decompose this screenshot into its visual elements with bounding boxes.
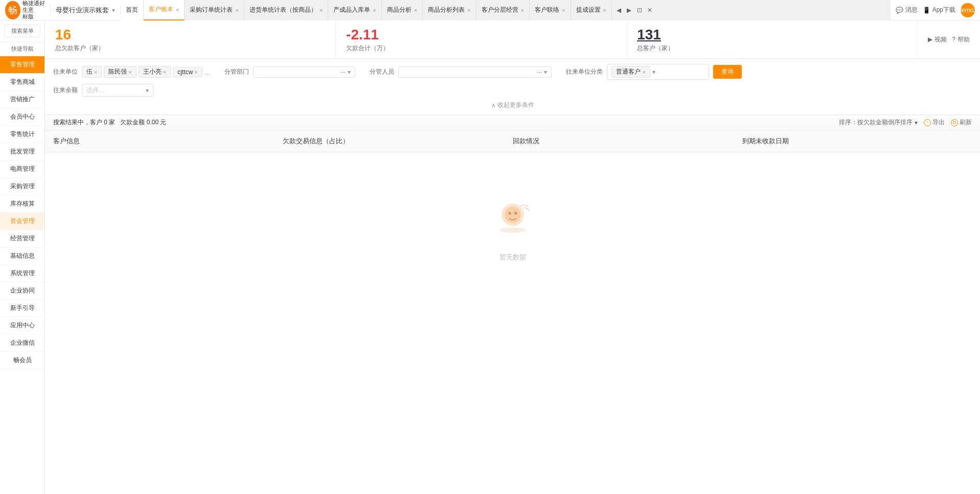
- tab-purchase-order-stat[interactable]: 采购订单统计表 ×: [185, 0, 244, 20]
- tab-arrow-right[interactable]: ▶: [624, 5, 634, 15]
- tab-close-boost-settings[interactable]: ×: [603, 7, 606, 13]
- tab-close-product-in[interactable]: ×: [373, 7, 376, 13]
- balance-select-arrow: ▾: [146, 87, 149, 94]
- sidebar-item-operations[interactable]: 经营管理: [0, 230, 44, 248]
- person-select-arrow: ▾: [544, 69, 547, 76]
- tab-goods-analysis-list[interactable]: 商品分析列表 ×: [423, 0, 476, 20]
- app-download-btn[interactable]: 📱 App下载: [923, 6, 955, 14]
- balance-select[interactable]: 选择... ▾: [82, 84, 153, 97]
- user-avatar[interactable]: demo2: [961, 3, 975, 17]
- tab-goods-analysis[interactable]: 商品分析 ×: [382, 0, 423, 20]
- unit-type-tag[interactable]: 普通客户 ×: [611, 66, 650, 78]
- filter-tag-2-close[interactable]: ×: [128, 69, 131, 75]
- sidebar-item-enterprise-wechat[interactable]: 企业微信: [0, 334, 44, 352]
- export-button[interactable]: ↑ 导出: [924, 118, 945, 127]
- collapse-icon: ∧: [491, 102, 496, 109]
- sidebar-item-vip-member[interactable]: 畅会员: [0, 352, 44, 369]
- store-selector[interactable]: 母婴行业演示账套 ▾: [51, 6, 121, 15]
- tab-boost-settings[interactable]: 提成设置 ×: [571, 0, 612, 20]
- sort-control[interactable]: 排序：按欠款金额倒序排序 ▾: [839, 118, 918, 127]
- filter-tag-1-close[interactable]: ×: [94, 69, 97, 75]
- tab-arrow-left[interactable]: ◀: [614, 5, 624, 15]
- sidebar-item-wholesale[interactable]: 批发管理: [0, 143, 44, 161]
- filter-row-2: 往来余额 选择... ▾: [53, 84, 972, 97]
- tab-customer-contact[interactable]: 客户联络 ×: [530, 0, 571, 20]
- balance-filter-label: 往来余额: [53, 86, 78, 95]
- sidebar-item-purchase[interactable]: 采购管理: [0, 178, 44, 195]
- refresh-button[interactable]: ↻ 刷新: [951, 118, 972, 127]
- store-selector-arrow: ▾: [112, 7, 115, 14]
- tab-window-controls[interactable]: ⊡: [634, 5, 645, 15]
- stat-total-debt: ✦ -2.11 欠款合计（万）: [336, 20, 627, 58]
- filter-tag-4[interactable]: cjttcw ×: [173, 67, 202, 77]
- sidebar-item-finance[interactable]: 资金管理: [0, 213, 44, 230]
- tab-close-purchase-order-stat[interactable]: ×: [235, 7, 238, 13]
- stat-icon-2: ✦: [344, 23, 368, 56]
- svg-point-0: [500, 228, 526, 233]
- sidebar-item-retail-stats[interactable]: 零售统计: [0, 126, 44, 143]
- sidebar-item-new-guide[interactable]: 新手引导: [0, 300, 44, 317]
- sidebar: 搜索菜单 快捷导航 零售管理 零售商城 营销推广 会员中心 零售统计 批发管理 …: [0, 20, 45, 494]
- query-button[interactable]: 查询: [713, 65, 742, 79]
- result-actions: 排序：按欠款金额倒序排序 ▾ ↑ 导出 ↻ 刷新: [839, 118, 972, 127]
- export-icon: ↑: [924, 119, 931, 126]
- stat-icon-3: ▦: [635, 23, 662, 56]
- video-btn[interactable]: ▶ 视频: [928, 35, 947, 44]
- tab-product-in[interactable]: 产成品入库单 ×: [328, 0, 381, 20]
- phone-icon: 📱: [923, 7, 930, 14]
- filter-more-btn[interactable]: ...: [204, 68, 211, 76]
- sidebar-search-button[interactable]: 搜索菜单: [4, 25, 40, 37]
- tab-close-goods-analysis[interactable]: ×: [414, 7, 417, 13]
- sidebar-item-basic-info[interactable]: 基础信息: [0, 248, 44, 265]
- sidebar-item-ecommerce[interactable]: 电商管理: [0, 161, 44, 178]
- help-icon: ?: [952, 36, 955, 43]
- tab-close-all[interactable]: ✕: [645, 5, 655, 15]
- filter-tag-2[interactable]: 陈民强 ×: [104, 66, 136, 78]
- svg-point-2: [505, 207, 521, 223]
- sidebar-item-member[interactable]: 会员中心: [0, 108, 44, 126]
- stats-bar: ¥ 16 总欠款客户（家） ✦ -2.11 欠款合计（万） ▦ 131 总客户（…: [45, 20, 980, 59]
- person-filter-label: 分管人员: [370, 68, 394, 76]
- stats-actions: ▶ 视频 ? 帮助: [918, 20, 980, 58]
- tab-close-goods-analysis-list[interactable]: ×: [467, 7, 470, 13]
- message-btn[interactable]: 💬 消息: [896, 6, 918, 14]
- unit-type-select-arrow: ▾: [652, 69, 655, 76]
- tab-close-customer-contact[interactable]: ×: [562, 7, 565, 13]
- table-col-customer: 客户信息: [53, 134, 283, 148]
- collapse-button[interactable]: ∧ 收起更多条件: [491, 101, 534, 109]
- dept-select[interactable]: ··· ▾: [253, 66, 355, 78]
- sidebar-quick-nav[interactable]: 快捷导航: [0, 42, 44, 56]
- empty-text: 暂无数据: [499, 253, 526, 262]
- tab-customer-account[interactable]: 客户账本 ×: [144, 0, 185, 20]
- stat-total-units: ▦ 131 总客户（家）: [627, 20, 918, 58]
- unit-type-select[interactable]: 普通客户 × ▾: [607, 64, 709, 80]
- filter-tag-3-close[interactable]: ×: [163, 69, 166, 75]
- tab-home[interactable]: 首页: [121, 0, 144, 20]
- sidebar-item-inventory[interactable]: 库存核算: [0, 195, 44, 213]
- svg-point-4: [514, 212, 517, 215]
- unit-type-tag-close[interactable]: ×: [642, 69, 645, 75]
- filter-tag-3[interactable]: 王小亮 ×: [139, 66, 171, 78]
- help-btn[interactable]: ? 帮助: [952, 35, 970, 44]
- tab-close-customer-account[interactable]: ×: [176, 7, 179, 13]
- sidebar-item-system[interactable]: 系统管理: [0, 265, 44, 282]
- filter-tag-4-close[interactable]: ×: [194, 69, 197, 75]
- person-select[interactable]: ··· ▾: [398, 66, 552, 78]
- sidebar-item-marketing[interactable]: 营销推广: [0, 91, 44, 108]
- tab-customer-tier[interactable]: 客户分层经营 ×: [476, 0, 530, 20]
- table-area: 客户信息 欠款交易信息（占比） 回款情况 到期未收款日期: [45, 130, 980, 494]
- logo-icon: 畅: [5, 1, 20, 19]
- sort-arrow: ▾: [915, 119, 918, 126]
- sidebar-item-retail[interactable]: 零售管理: [0, 56, 44, 74]
- sidebar-item-enterprise-coop[interactable]: 企业协同: [0, 282, 44, 300]
- tab-close-goods-in-stat[interactable]: ×: [320, 7, 323, 13]
- balance-select-placeholder: 选择...: [86, 86, 144, 95]
- tab-close-customer-tier[interactable]: ×: [521, 7, 524, 13]
- tab-goods-in-stat[interactable]: 进货单统计表（按商品） ×: [244, 0, 328, 20]
- table-header: 客户信息 欠款交易信息（占比） 回款情况 到期未收款日期: [45, 130, 980, 152]
- filter-tag-1[interactable]: 伍 ×: [82, 66, 102, 78]
- empty-icon: [492, 197, 533, 248]
- message-icon: 💬: [896, 7, 903, 14]
- sidebar-item-app-center[interactable]: 应用中心: [0, 317, 44, 334]
- sidebar-item-retail-mall[interactable]: 零售商城: [0, 74, 44, 91]
